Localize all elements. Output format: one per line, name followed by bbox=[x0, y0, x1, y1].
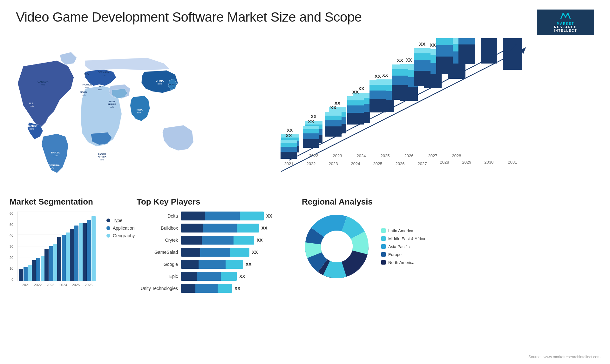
apac-label: Asia Pacific bbox=[388, 244, 410, 249]
svg-text:xx%: xx% bbox=[85, 86, 89, 88]
player-name-crytek: Crytek bbox=[137, 238, 178, 243]
svg-rect-27 bbox=[305, 135, 322, 143]
seg-legend: Type Application Geography bbox=[106, 218, 135, 295]
svg-text:XX: XX bbox=[382, 73, 388, 78]
svg-text:2025: 2025 bbox=[72, 283, 80, 287]
svg-text:xx%: xx% bbox=[110, 106, 114, 108]
svg-rect-158 bbox=[87, 220, 91, 281]
svg-text:2025: 2025 bbox=[381, 153, 390, 158]
key-players-section: Top Key Players Delta XX Buildbox bbox=[137, 197, 295, 324]
type-label: Type bbox=[113, 218, 122, 223]
legend-type: Type bbox=[106, 218, 135, 223]
svg-rect-45 bbox=[376, 100, 394, 112]
uk-label: U.K. bbox=[84, 73, 89, 75]
gamesalad-xx: XX bbox=[252, 250, 258, 255]
svg-rect-137 bbox=[19, 269, 23, 281]
svg-text:XX: XX bbox=[430, 43, 436, 48]
y-label-40: 40 bbox=[10, 233, 13, 237]
bar-2027: XX 2027 bbox=[424, 43, 442, 158]
svg-rect-149 bbox=[57, 237, 61, 281]
germany-label: GERMANY bbox=[98, 71, 109, 74]
svg-rect-41 bbox=[353, 98, 370, 104]
mexico-label: MEXICO bbox=[27, 125, 37, 127]
svg-text:2027: 2027 bbox=[428, 153, 437, 158]
svg-text:xx%: xx% bbox=[98, 88, 102, 91]
player-name-gamesalad: GameSalad bbox=[137, 250, 178, 255]
player-name-buildbox: Buildbox bbox=[137, 226, 178, 231]
svg-text:2026: 2026 bbox=[85, 283, 92, 287]
legend-mea: Middle East & Africa bbox=[381, 236, 425, 241]
svg-rect-59 bbox=[424, 55, 442, 63]
svg-text:2023: 2023 bbox=[333, 153, 342, 158]
latam-square bbox=[381, 228, 386, 233]
spain-label: SPAIN bbox=[80, 91, 87, 93]
svg-rect-141 bbox=[32, 260, 36, 281]
svg-text:xx%: xx% bbox=[50, 167, 55, 170]
svg-rect-29 bbox=[305, 125, 322, 129]
player-name-google: Google bbox=[137, 262, 178, 267]
svg-text:xx%: xx% bbox=[82, 94, 86, 96]
svg-rect-68 bbox=[448, 38, 465, 44]
player-name-epic: Epic bbox=[137, 274, 178, 279]
application-dot bbox=[106, 226, 110, 230]
legend-latin-america: Latin America bbox=[381, 228, 425, 233]
mea-label: Middle East & Africa bbox=[388, 236, 425, 241]
svg-marker-0 bbox=[561, 13, 571, 19]
donut-area: Latin America Middle East & Africa Asia … bbox=[302, 212, 600, 281]
svg-rect-157 bbox=[83, 223, 87, 281]
svg-text:xx%: xx% bbox=[53, 154, 58, 157]
india-label: INDIA bbox=[136, 108, 143, 111]
svg-rect-22 bbox=[281, 141, 299, 146]
y-label-0: 0 bbox=[11, 278, 13, 281]
logo-line3: INTELLECT bbox=[554, 29, 577, 32]
svg-rect-139 bbox=[28, 265, 32, 281]
player-name-delta: Delta bbox=[137, 213, 178, 219]
svg-rect-28 bbox=[305, 129, 322, 135]
svg-rect-155 bbox=[79, 223, 83, 281]
svg-text:xx%: xx% bbox=[102, 74, 105, 76]
player-epic: Epic XX bbox=[137, 272, 295, 281]
svg-rect-67 bbox=[448, 44, 465, 51]
svg-rect-35 bbox=[329, 112, 346, 117]
source-text: Source : www.marketresearchintellect.com bbox=[528, 355, 600, 359]
saudi-label: SAUDI bbox=[108, 100, 115, 103]
y-label-20: 20 bbox=[10, 256, 13, 260]
svg-rect-42 bbox=[353, 93, 370, 98]
svg-text:xx%: xx% bbox=[30, 128, 34, 130]
map-section: CANADA xx% U.S. xx% MEXICO xx% BRAZIL xx… bbox=[6, 38, 203, 184]
svg-text:XX: XX bbox=[287, 128, 293, 133]
na-label: North America bbox=[388, 260, 414, 265]
player-crytek: Crytek XX bbox=[137, 236, 295, 245]
svg-rect-153 bbox=[70, 229, 74, 281]
regional-section: Regional Analysis Latin America bbox=[302, 197, 600, 324]
player-name-unity: Unity Technologies bbox=[137, 286, 178, 291]
svg-rect-30 bbox=[305, 121, 322, 125]
svg-text:2024: 2024 bbox=[357, 153, 366, 158]
argentina-label: ARGENTINA bbox=[45, 164, 60, 167]
players-list: Delta XX Buildbox bbox=[137, 212, 295, 293]
y-label-50: 50 bbox=[10, 223, 13, 226]
svg-rect-145 bbox=[44, 249, 49, 281]
player-bar-unity: XX bbox=[181, 284, 295, 293]
donut-chart bbox=[302, 212, 372, 281]
svg-rect-54 bbox=[400, 64, 418, 70]
svg-rect-138 bbox=[24, 267, 28, 281]
svg-rect-39 bbox=[353, 112, 370, 123]
svg-rect-66 bbox=[448, 51, 465, 64]
svg-rect-151 bbox=[66, 233, 70, 281]
page-title: Video Game Development Software Market S… bbox=[16, 10, 362, 25]
svg-rect-143 bbox=[41, 256, 45, 281]
legend-europe: Europe bbox=[381, 252, 425, 257]
epic-xx: XX bbox=[239, 274, 245, 279]
svg-rect-48 bbox=[376, 79, 394, 85]
bar-2026: XX 2026 bbox=[400, 57, 418, 158]
bottom-content: Market Segmentation 60 50 40 30 20 10 0 bbox=[0, 191, 610, 330]
mea-square bbox=[381, 236, 386, 241]
player-bar-delta: XX bbox=[181, 212, 295, 220]
svg-text:XX: XX bbox=[311, 114, 317, 119]
legend-asia-pacific: Asia Pacific bbox=[381, 244, 425, 249]
type-dot bbox=[106, 219, 110, 222]
svg-rect-46 bbox=[376, 91, 394, 100]
europe-square bbox=[381, 252, 386, 257]
legend-application: Application bbox=[106, 226, 135, 231]
